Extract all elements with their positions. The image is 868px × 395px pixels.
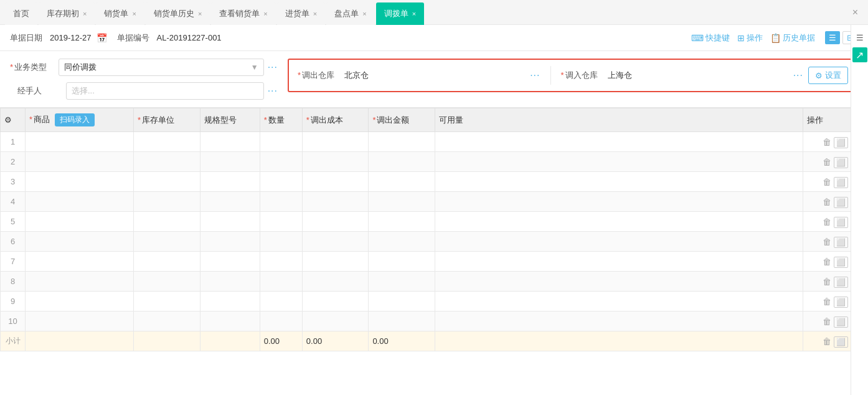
cell-product-3[interactable] (26, 172, 134, 192)
history-button[interactable]: 📋 历史单据 (770, 32, 815, 44)
copy-row-10[interactable]: ⬜ (834, 316, 848, 328)
window-close-button[interactable]: × (847, 4, 863, 21)
cell-product-9[interactable] (26, 292, 134, 312)
cell-spec-10[interactable] (200, 312, 260, 331)
cell-amount-5[interactable] (369, 212, 435, 232)
handler-select[interactable]: 选择... (66, 82, 264, 100)
cell-qty-7[interactable] (260, 252, 302, 272)
cell-available-5[interactable] (435, 212, 803, 232)
cell-product-11[interactable] (26, 331, 134, 351)
cell-spec-1[interactable] (200, 132, 260, 152)
cell-available-1[interactable] (435, 132, 803, 152)
cell-qty-3[interactable] (260, 172, 302, 192)
cell-cost-8[interactable] (302, 272, 369, 292)
tab-sales-order[interactable]: 销货单 × (96, 2, 144, 25)
sidebar-list-button[interactable]: ☰ (852, 30, 867, 45)
delete-row-3[interactable]: 🗑 (823, 177, 831, 187)
tab-inventory-close[interactable]: × (362, 10, 366, 17)
cell-amount-7[interactable] (369, 252, 435, 272)
settings-button[interactable]: ⚙ 设置 (808, 67, 848, 84)
cell-spec-9[interactable] (200, 292, 260, 312)
cell-amount-11[interactable]: 0.00 (369, 331, 435, 351)
cell-unit-5[interactable] (134, 212, 200, 232)
copy-row-1[interactable]: ⬜ (834, 137, 848, 148)
cell-product-5[interactable] (26, 212, 134, 232)
tab-home[interactable]: 首页 (5, 2, 37, 25)
cell-amount-9[interactable] (369, 292, 435, 312)
copy-row-7[interactable]: ⬜ (834, 257, 848, 268)
cell-cost-2[interactable] (302, 152, 369, 172)
cell-available-6[interactable] (435, 232, 803, 252)
cell-spec-4[interactable] (200, 192, 260, 212)
cell-available-3[interactable] (435, 172, 803, 192)
calendar-icon[interactable]: 📅 (97, 33, 107, 43)
tab-view-sales[interactable]: 查看销货单 × (211, 2, 275, 25)
cell-product-2[interactable] (26, 152, 134, 172)
delete-row-9[interactable]: 🗑 (823, 297, 831, 307)
delete-row-2[interactable]: 🗑 (823, 157, 831, 167)
delete-row-10[interactable]: 🗑 (823, 316, 831, 326)
cell-unit-3[interactable] (134, 172, 200, 192)
delete-row-4[interactable]: 🗑 (823, 197, 831, 207)
cell-qty-6[interactable] (260, 232, 302, 252)
handler-more[interactable]: ··· (268, 85, 278, 97)
warehouse-in-more[interactable]: ··· (793, 70, 803, 81)
cell-spec-5[interactable] (200, 212, 260, 232)
cell-product-6[interactable] (26, 232, 134, 252)
tab-purchase-close[interactable]: × (313, 10, 317, 17)
tab-sales-history-close[interactable]: × (198, 10, 202, 17)
cell-qty-11[interactable]: 0.00 (260, 331, 302, 351)
tab-stock-init[interactable]: 库存期初 × (39, 2, 95, 25)
cell-amount-1[interactable] (369, 132, 435, 152)
cell-cost-1[interactable] (302, 132, 369, 152)
delete-row-7[interactable]: 🗑 (823, 257, 831, 267)
cell-cost-7[interactable] (302, 252, 369, 272)
cell-available-8[interactable] (435, 272, 803, 292)
actions-button[interactable]: ⊞ 操作 (737, 32, 763, 44)
cell-qty-4[interactable] (260, 192, 302, 212)
cell-unit-1[interactable] (134, 132, 200, 152)
cell-qty-10[interactable] (260, 312, 302, 331)
delete-row-6[interactable]: 🗑 (823, 237, 831, 247)
cell-unit-10[interactable] (134, 312, 200, 331)
scan-button[interactable]: 扫码录入 (55, 113, 95, 126)
cell-unit-8[interactable] (134, 272, 200, 292)
copy-row-3[interactable]: ⬜ (834, 177, 848, 188)
copy-row-4[interactable]: ⬜ (834, 197, 848, 208)
tab-stock-init-close[interactable]: × (83, 10, 87, 17)
cell-amount-3[interactable] (369, 172, 435, 192)
cell-unit-7[interactable] (134, 252, 200, 272)
cell-available-10[interactable] (435, 312, 803, 331)
cell-cost-5[interactable] (302, 212, 369, 232)
copy-row-9[interactable]: ⬜ (834, 297, 848, 308)
tab-view-sales-close[interactable]: × (263, 10, 267, 17)
tab-inventory[interactable]: 盘点单 × (326, 2, 374, 25)
delete-row-5[interactable]: 🗑 (823, 217, 831, 227)
tab-sales-order-close[interactable]: × (132, 10, 136, 17)
shortcuts-button[interactable]: ⌨ 快捷键 (691, 32, 730, 44)
delete-row-8[interactable]: 🗑 (823, 277, 831, 287)
cell-cost-11[interactable]: 0.00 (302, 331, 369, 351)
cell-unit-4[interactable] (134, 192, 200, 212)
cell-qty-1[interactable] (260, 132, 302, 152)
copy-row-6[interactable]: ⬜ (834, 237, 848, 248)
cell-cost-9[interactable] (302, 292, 369, 312)
cell-unit-11[interactable] (134, 331, 200, 351)
sidebar-export-button[interactable]: ↗ (852, 47, 867, 62)
cell-spec-2[interactable] (200, 152, 260, 172)
tab-transfer[interactable]: 调拨单 × (376, 2, 424, 25)
cell-cost-4[interactable] (302, 192, 369, 212)
cell-product-8[interactable] (26, 272, 134, 292)
cell-spec-6[interactable] (200, 232, 260, 252)
cell-product-1[interactable] (26, 132, 134, 152)
cell-unit-2[interactable] (134, 152, 200, 172)
tab-sales-history[interactable]: 销货单历史 × (146, 2, 210, 25)
cell-cost-3[interactable] (302, 172, 369, 192)
cell-amount-4[interactable] (369, 192, 435, 212)
cell-available-11[interactable] (435, 331, 803, 351)
tab-purchase[interactable]: 进货单 × (277, 2, 325, 25)
cell-cost-10[interactable] (302, 312, 369, 331)
cell-amount-2[interactable] (369, 152, 435, 172)
table-container[interactable]: ⚙ *商品 扫码录入 *库存单位 规格型号 *数量 *调出成本 (0, 108, 868, 395)
copy-row-11[interactable]: ⬜ (834, 336, 848, 348)
